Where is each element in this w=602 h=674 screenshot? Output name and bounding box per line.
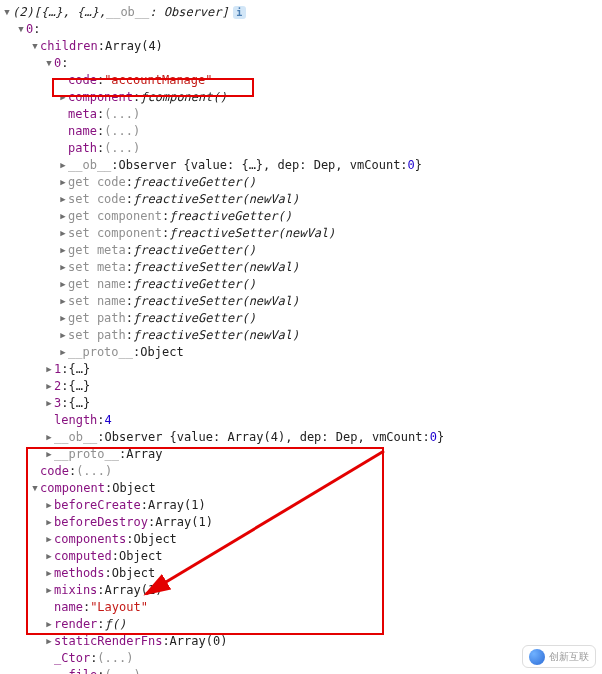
components-row[interactable]: components: Object <box>2 531 600 548</box>
proto-arr-row[interactable]: __proto__: Array <box>2 446 600 463</box>
chevron-right-icon[interactable] <box>44 565 54 582</box>
chevron-right-icon[interactable] <box>44 548 54 565</box>
render-row[interactable]: render: ƒ () <box>2 616 600 633</box>
get-path-row[interactable]: get path: ƒ reactiveGetter() <box>2 310 600 327</box>
code-row[interactable]: code: "accountManage" <box>2 72 600 89</box>
chevron-right-icon[interactable] <box>44 361 54 378</box>
outer-code-row[interactable]: code: (...) <box>2 463 600 480</box>
mixins-row[interactable]: mixins: Array(1) <box>2 582 600 599</box>
component-row[interactable]: component: ƒ component() <box>2 89 600 106</box>
chevron-right-icon[interactable] <box>58 242 68 259</box>
ellipsis-value[interactable]: (...) <box>76 463 112 480</box>
chevron-down-icon[interactable] <box>30 38 40 55</box>
get-component-row[interactable]: get component: ƒ reactiveGetter() <box>2 208 600 225</box>
ellipsis-value[interactable]: (...) <box>104 123 140 140</box>
key-ob: __ob__ <box>54 429 97 446</box>
chevron-down-icon[interactable] <box>30 480 40 497</box>
children-row[interactable]: children: Array(4) <box>2 38 600 55</box>
set-name-row[interactable]: set name: ƒ reactiveSetter(newVal) <box>2 293 600 310</box>
ob-val: : Observer] <box>149 4 228 21</box>
fn-paren: () <box>241 174 255 191</box>
object-preview: {…} <box>68 395 90 412</box>
get-code-row[interactable]: get code: ƒ reactiveGetter() <box>2 174 600 191</box>
outer-component-row[interactable]: component: Object <box>2 480 600 497</box>
chevron-right-icon[interactable] <box>44 616 54 633</box>
chevron-right-icon[interactable] <box>58 310 68 327</box>
file-row[interactable]: __file: (...) <box>2 667 600 674</box>
chevron-right-icon[interactable] <box>58 344 68 361</box>
length-row[interactable]: length: 4 <box>2 412 600 429</box>
fn-paren: (newVal) <box>241 327 299 344</box>
children-3[interactable]: 3: {…} <box>2 395 600 412</box>
chevron-right-icon[interactable] <box>58 327 68 344</box>
path-row[interactable]: path: (...) <box>2 140 600 157</box>
chevron-right-icon[interactable] <box>58 174 68 191</box>
key: get code <box>68 174 126 191</box>
chevron-right-icon[interactable] <box>44 582 54 599</box>
chevron-right-icon[interactable] <box>58 225 68 242</box>
ctor-row[interactable]: _Ctor: (...) <box>2 650 600 667</box>
children-0[interactable]: 0: <box>2 55 600 72</box>
chevron-right-icon[interactable] <box>44 514 54 531</box>
chevron-right-icon[interactable] <box>58 191 68 208</box>
key-ob: __ob__ <box>68 157 111 174</box>
chevron-down-icon[interactable] <box>16 21 26 38</box>
idx-0[interactable]: 0: <box>2 21 600 38</box>
children-1[interactable]: 1: {…} <box>2 361 600 378</box>
info-icon[interactable]: i <box>233 6 246 19</box>
chevron-right-icon[interactable] <box>58 89 68 106</box>
beforecreate-row[interactable]: beforeCreate: Array(1) <box>2 497 600 514</box>
children-2[interactable]: 2: {…} <box>2 378 600 395</box>
chevron-right-icon[interactable] <box>44 446 54 463</box>
value: Array(0) <box>170 633 228 650</box>
methods-row[interactable]: methods: Object <box>2 565 600 582</box>
chevron-down-icon[interactable] <box>2 4 12 21</box>
meta-row[interactable]: meta: (...) <box>2 106 600 123</box>
ellipsis-value[interactable]: (...) <box>104 140 140 157</box>
fn-name: reactiveSetter <box>140 327 241 344</box>
index-label: 3 <box>54 395 61 412</box>
array-preview: [{…}, {…}, <box>34 4 106 21</box>
beforedestroy-row[interactable]: beforeDestroy: Array(1) <box>2 514 600 531</box>
get-name-row[interactable]: get name: ƒ reactiveGetter() <box>2 276 600 293</box>
set-path-row[interactable]: set path: ƒ reactiveSetter(newVal) <box>2 327 600 344</box>
ob-preview: Observer {value: Array(4), dep: Dep, vmC… <box>105 429 430 446</box>
computed-row[interactable]: computed: Object <box>2 548 600 565</box>
chevron-right-icon[interactable] <box>58 276 68 293</box>
get-meta-row[interactable]: get meta: ƒ reactiveGetter() <box>2 242 600 259</box>
chevron-right-icon[interactable] <box>44 378 54 395</box>
key-component: component <box>68 89 133 106</box>
key: set path <box>68 327 126 344</box>
ellipsis-value[interactable]: (...) <box>105 667 141 674</box>
fn-paren: (newVal) <box>241 191 299 208</box>
chevron-right-icon[interactable] <box>58 259 68 276</box>
set-code-row[interactable]: set code: ƒ reactiveSetter(newVal) <box>2 191 600 208</box>
chevron-right-icon[interactable] <box>44 395 54 412</box>
proto-row[interactable]: __proto__: Object <box>2 344 600 361</box>
fn-name: reactiveSetter <box>140 293 241 310</box>
fn-paren: (newVal) <box>241 293 299 310</box>
staticrenderfns-row[interactable]: staticRenderFns: Array(0) <box>2 633 600 650</box>
ob-row[interactable]: __ob__: Observer {value: {…}, dep: Dep, … <box>2 157 600 174</box>
ellipsis-value[interactable]: (...) <box>104 106 140 123</box>
key-code: code <box>68 72 97 89</box>
value-proto: Object <box>140 344 183 361</box>
arr-ob-row[interactable]: __ob__: Observer {value: Array(4), dep: … <box>2 429 600 446</box>
chevron-right-icon[interactable] <box>58 157 68 174</box>
index-label: 0 <box>54 55 61 72</box>
chevron-right-icon[interactable] <box>58 208 68 225</box>
chevron-right-icon[interactable] <box>44 429 54 446</box>
outer-name-row[interactable]: name: "Layout" <box>2 599 600 616</box>
chevron-right-icon[interactable] <box>44 633 54 650</box>
chevron-down-icon[interactable] <box>44 55 54 72</box>
name-row[interactable]: name: (...) <box>2 123 600 140</box>
ellipsis-value[interactable]: (...) <box>97 650 133 667</box>
chevron-right-icon[interactable] <box>44 531 54 548</box>
root-header[interactable]: (2) [{…}, {…}, __ob__ : Observer] i <box>2 4 600 21</box>
value-proto: Array <box>126 446 162 463</box>
chevron-right-icon[interactable] <box>58 293 68 310</box>
set-meta-row[interactable]: set meta: ƒ reactiveSetter(newVal) <box>2 259 600 276</box>
chevron-right-icon[interactable] <box>44 497 54 514</box>
set-component-row[interactable]: set component: ƒ reactiveSetter(newVal) <box>2 225 600 242</box>
key: set code <box>68 191 126 208</box>
